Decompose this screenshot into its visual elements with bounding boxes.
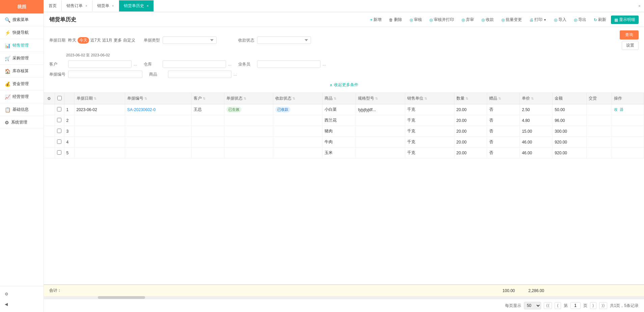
filter-area: 单据日期 昨天 今天 近7天 近1月 更多 自定义 单据类型 xyxy=(44,27,644,93)
export-button[interactable]: ◎ 导出 xyxy=(571,16,589,24)
display-detail-button[interactable]: ▦ 显示明细 xyxy=(611,16,639,24)
date-opt-7days[interactable]: 近7天 xyxy=(90,37,101,43)
tab-sales-delivery[interactable]: 销货单 × xyxy=(92,0,119,11)
col-doc-date[interactable]: 单据日期⇅ xyxy=(74,93,125,104)
sidebar: 统括 🔍 搜索菜单 ⚡ 快捷导航 📊 销售管理 🛒 采购管理 🏠 库存核算 💰 … xyxy=(0,0,44,312)
select-all-checkbox[interactable] xyxy=(57,96,62,100)
page-number-input[interactable] xyxy=(570,302,581,309)
filter-row-2: 客户 ... 仓库 ... 业务员 ... xyxy=(49,60,639,68)
total-info: 共1页，5条记录 xyxy=(610,303,639,309)
sidebar-item-purchase-mgmt[interactable]: 🛒 采购管理 xyxy=(0,52,44,65)
sidebar-bottom-settings[interactable]: ⚙ xyxy=(0,289,44,299)
row-checkbox[interactable] xyxy=(57,107,61,111)
doc-num-link[interactable]: SA-20230602-0 xyxy=(127,107,156,112)
date-opt-yesterday[interactable]: 昨天 xyxy=(68,37,76,43)
tab-sales-history-close[interactable]: × xyxy=(147,4,149,8)
lightning-icon: ⚡ xyxy=(5,30,10,35)
salesperson-input[interactable] xyxy=(257,60,320,68)
import-button[interactable]: ◎ 导入 xyxy=(551,16,569,24)
sidebar-item-basic-info[interactable]: 📋 基础信息 xyxy=(0,103,44,116)
goods-label: 商品 xyxy=(149,72,166,77)
docnum-input[interactable] xyxy=(68,71,142,78)
col-doc-status[interactable]: 单据状态⇅ xyxy=(224,93,273,104)
sidebar-item-sales-mgmt[interactable]: 📊 销售管理 xyxy=(0,39,44,52)
sidebar-label-basic-info: 基础信息 xyxy=(12,107,29,112)
col-price[interactable]: 单价⇅ xyxy=(520,93,553,104)
collect-button[interactable]: ◎ 收款 xyxy=(479,16,497,24)
date-opt-1month[interactable]: 近1月 xyxy=(102,37,113,43)
col-qty[interactable]: 数量⇅ xyxy=(454,93,487,104)
delete-button[interactable]: 🗑 删除 xyxy=(386,16,405,24)
customer-input[interactable] xyxy=(68,60,132,68)
settings-bottom-icon: ⚙ xyxy=(5,292,8,296)
collapse-filter[interactable]: ∧ 收起更多条件 xyxy=(49,81,639,89)
col-payment-status[interactable]: 收款状态⇅ xyxy=(273,93,323,104)
sidebar-item-finance[interactable]: 💰 资金管理 xyxy=(0,78,44,90)
table-footer: 合计： 100.00 2,286.00 xyxy=(44,284,644,296)
toolbar: + 新增 🗑 删除 ◎ 审核 ◎ 审核并打印 ◎ 弃审 xyxy=(367,16,639,24)
filter-settings-button[interactable]: 设置 xyxy=(622,41,639,50)
search-icon: 🔍 xyxy=(5,17,10,23)
abandon-button[interactable]: ◎ 弃审 xyxy=(459,16,477,24)
tab-sales-order-close[interactable]: × xyxy=(85,4,87,8)
sidebar-item-operations[interactable]: 📈 经营管理 xyxy=(0,90,44,103)
sidebar-item-inventory[interactable]: 🏠 库存核算 xyxy=(0,65,44,78)
scrollbar-thumb[interactable] xyxy=(98,296,145,299)
print-button[interactable]: 🖨 打印 ▼ xyxy=(527,16,549,24)
query-button[interactable]: 查询 xyxy=(620,30,639,40)
goods-dots[interactable]: ... xyxy=(233,72,237,77)
sidebar-item-quick-nav[interactable]: ⚡ 快捷导航 xyxy=(0,26,44,39)
window-close-icon[interactable]: × xyxy=(638,4,641,8)
cart-icon: 🛒 xyxy=(5,56,10,61)
edit-btn[interactable]: 改 xyxy=(614,107,618,111)
date-opt-more[interactable]: 更多 xyxy=(114,37,122,43)
payment-status-select[interactable] xyxy=(257,36,311,44)
col-customer[interactable]: 客户⇅ xyxy=(191,93,224,104)
warehouse-input[interactable] xyxy=(163,60,226,68)
page-last-button[interactable]: ⟩⟩ xyxy=(599,302,607,309)
refresh-button[interactable]: ↻ 刷新 xyxy=(591,16,609,24)
sidebar-item-system-mgmt[interactable]: ⚙ 系统管理 xyxy=(0,116,44,129)
page-next-button[interactable]: ⟩ xyxy=(590,302,596,309)
sidebar-label-system-mgmt: 系统管理 xyxy=(11,120,27,125)
sidebar-item-search-menu[interactable]: 🔍 搜索菜单 xyxy=(0,14,44,26)
batch-change-button[interactable]: ◎ 批量变更 xyxy=(499,16,525,24)
col-check[interactable] xyxy=(55,93,64,104)
row-checkbox[interactable] xyxy=(57,129,61,133)
col-unit[interactable]: 销售单位⇅ xyxy=(405,93,454,104)
doc-type-select[interactable] xyxy=(163,36,217,44)
data-table: ⚙ 单据日期⇅ 单据编号⇅ 客户⇅ 单据状态⇅ 收款状态⇅ 商品⇅ 规格型号⇅ … xyxy=(44,93,644,158)
date-opt-today[interactable]: 今天 xyxy=(78,37,89,44)
tab-sales-order[interactable]: 销售订单 × xyxy=(62,0,92,11)
refresh-icon: ↻ xyxy=(594,18,597,22)
table-header-row: ⚙ 单据日期⇅ 单据编号⇅ 客户⇅ 单据状态⇅ 收款状态⇅ 商品⇅ 规格型号⇅ … xyxy=(44,93,644,104)
more-btn[interactable]: 器 xyxy=(620,107,623,111)
goods-input[interactable] xyxy=(168,71,231,78)
row-checkbox[interactable] xyxy=(57,118,61,122)
col-gift[interactable]: 赠品⇅ xyxy=(487,93,520,104)
col-doc-num[interactable]: 单据编号⇅ xyxy=(125,93,192,104)
warehouse-dots[interactable]: ... xyxy=(228,62,231,67)
date-opt-custom[interactable]: 自定义 xyxy=(123,37,135,43)
tab-home[interactable]: 首页 xyxy=(44,0,62,11)
col-gear[interactable]: ⚙ xyxy=(44,93,55,104)
tab-sales-history[interactable]: 销货单历史 × xyxy=(119,0,154,11)
audit-print-button[interactable]: ◎ 审核并打印 xyxy=(427,16,457,24)
tab-sales-delivery-close[interactable]: × xyxy=(112,4,114,8)
row-checkbox[interactable] xyxy=(57,150,61,155)
new-button[interactable]: + 新增 xyxy=(367,16,384,24)
col-spec[interactable]: 规格型号⇅ xyxy=(356,93,405,104)
per-page-select[interactable]: 50 100 200 xyxy=(524,302,541,309)
salesperson-dots[interactable]: ... xyxy=(323,62,326,67)
sidebar-bottom-collapse[interactable]: ◀ xyxy=(0,299,44,309)
col-goods[interactable]: 商品⇅ xyxy=(323,93,356,104)
footer-label: 合计： xyxy=(49,288,61,293)
import-icon: ◎ xyxy=(554,18,557,22)
page-prev-button[interactable]: ⟨ xyxy=(555,302,561,309)
col-amount: 金额 xyxy=(553,93,587,104)
audit-button[interactable]: ◎ 审核 xyxy=(407,16,425,24)
horizontal-scrollbar[interactable] xyxy=(44,296,644,299)
customer-dots[interactable]: ... xyxy=(134,62,137,67)
row-checkbox[interactable] xyxy=(57,139,61,144)
page-first-button[interactable]: ⟨⟨ xyxy=(544,302,552,309)
